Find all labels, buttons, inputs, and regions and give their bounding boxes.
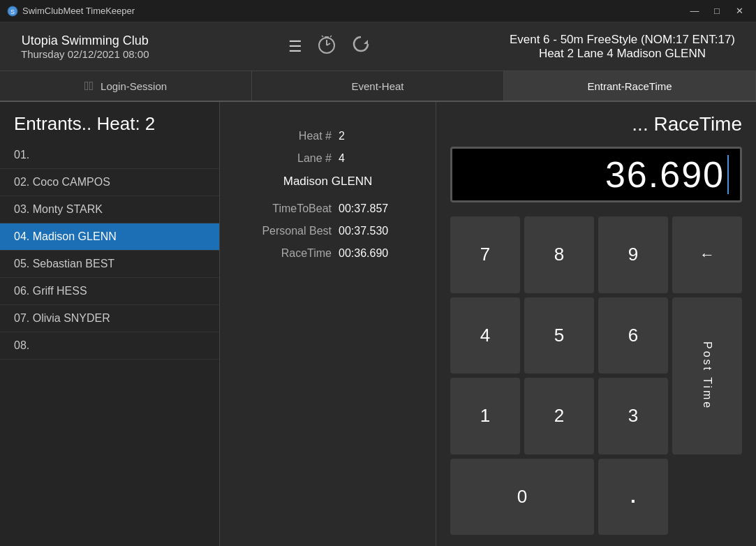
personalbest-label: Personal Best <box>241 225 332 237</box>
timetobeat-value: 00:37.857 <box>339 202 388 215</box>
numpad: 7 8 9 ← 4 5 6 Post Time 1 2 3 0 . <box>450 216 742 535</box>
time-value: 36.690 <box>605 154 725 195</box>
num-6-button[interactable]: 6 <box>598 297 668 374</box>
dot-button[interactable]: . <box>598 459 668 536</box>
title-bar-left: S SwimClubMeet TimeKeeper <box>7 6 135 17</box>
left-panel: Entrants.. Heat: 2 01. 02. Coco CAMPOS 0… <box>0 102 220 546</box>
maximize-button[interactable]: □ <box>707 3 727 19</box>
lane-row: Lane # 4 <box>241 152 415 165</box>
tab-entrant-racetime[interactable]: Entrant-RaceTime <box>504 71 756 101</box>
heat-label: Heat # <box>241 130 332 142</box>
center-entrant-name: Madison GLENN <box>241 175 415 189</box>
entrant-02: 02. Coco CAMPOS <box>14 176 110 188</box>
backspace-button[interactable]: ← <box>672 216 742 293</box>
header-controls: ☰ <box>288 34 371 59</box>
tab-login-session[interactable]: 👁̸ Login-Session <box>0 71 252 101</box>
racetime-row: RaceTime 00:36.690 <box>241 247 415 260</box>
svg-rect-5 <box>325 36 329 38</box>
num-1-button[interactable]: 1 <box>450 378 520 455</box>
panel-title: Entrants.. Heat: 2 <box>0 102 219 142</box>
entrant-07: 07. Olivia SNYDER <box>14 312 110 324</box>
list-item-selected[interactable]: 04. Madison GLENN <box>0 223 219 251</box>
stopwatch-icon <box>316 34 337 59</box>
svg-line-6 <box>322 36 323 37</box>
center-panel: Heat # 2 Lane # 4 Madison GLENN TimeToBe… <box>220 102 436 546</box>
num-9-button[interactable]: 9 <box>598 216 668 293</box>
num-8-button[interactable]: 8 <box>524 216 594 293</box>
list-item[interactable]: 03. Monty STARK <box>0 196 219 223</box>
list-item[interactable]: 02. Coco CAMPOS <box>0 169 219 196</box>
num-0-button[interactable]: 0 <box>450 459 594 536</box>
tab-event-heat[interactable]: Event-Heat <box>252 71 504 101</box>
close-button[interactable]: ✕ <box>729 3 749 19</box>
list-item[interactable]: 05. Sebastian BEST <box>0 251 219 278</box>
time-display: 36.690 <box>450 147 742 202</box>
title-bar: S SwimClubMeet TimeKeeper — □ ✕ <box>0 0 756 22</box>
time-cursor <box>727 155 729 194</box>
racetime-label: RaceTime <box>241 247 332 260</box>
tab-event-heat-label: Event-Heat <box>351 80 403 92</box>
tab-entrant-racetime-label: Entrant-RaceTime <box>587 80 672 92</box>
entrant-06: 06. Griff HESS <box>14 285 87 297</box>
heat-info: Heat 2 Lane 4 Madison GLENN <box>510 47 735 61</box>
header: Utopia Swimming Club Thursday 02/12/2021… <box>0 22 756 71</box>
num-3-button[interactable]: 3 <box>598 378 668 455</box>
personalbest-row: Personal Best 00:37.530 <box>241 225 415 237</box>
main-content: Entrants.. Heat: 2 01. 02. Coco CAMPOS 0… <box>0 102 756 546</box>
lane-label: Lane # <box>241 152 332 165</box>
timetobeat-label: TimeToBeat <box>241 202 332 215</box>
entrant-05: 05. Sebastian BEST <box>14 258 114 270</box>
heat-row: Heat # 2 <box>241 130 415 142</box>
svg-marker-8 <box>364 40 368 44</box>
post-time-button[interactable]: Post Time <box>672 297 742 455</box>
lane-value: 4 <box>339 152 345 165</box>
num-4-button[interactable]: 4 <box>450 297 520 374</box>
list-item[interactable]: 07. Olivia SNYDER <box>0 305 219 332</box>
num-5-button[interactable]: 5 <box>524 297 594 374</box>
num-7-button[interactable]: 7 <box>450 216 520 293</box>
club-name: Utopia Swimming Club <box>21 34 149 48</box>
title-bar-controls: — □ ✕ <box>685 3 749 19</box>
heat-value: 2 <box>339 130 345 142</box>
list-item[interactable]: 08. <box>0 332 219 360</box>
date-time: Thursday 02/12/2021 08:00 <box>21 48 149 60</box>
header-event-info: Event 6 - 50m FreeStyle (NOM:17 ENT:17) … <box>510 33 735 61</box>
eye-slash-icon: 👁̸ <box>84 79 94 94</box>
reset-icon[interactable] <box>351 34 371 59</box>
list-item[interactable]: 06. Griff HESS <box>0 278 219 305</box>
racetime-title: ... RaceTime <box>450 113 742 135</box>
minimize-button[interactable]: — <box>685 3 704 19</box>
tab-login-session-label: Login-Session <box>101 80 167 92</box>
event-title: Event 6 - 50m FreeStyle (NOM:17 ENT:17) <box>510 33 735 47</box>
right-panel: ... RaceTime 36.690 7 8 9 ← 4 5 6 Post T… <box>436 102 756 546</box>
svg-line-7 <box>330 36 332 37</box>
list-item[interactable]: 01. <box>0 142 219 169</box>
entrant-04: 04. Madison GLENN <box>14 230 117 242</box>
entrant-list: 01. 02. Coco CAMPOS 03. Monty STARK 04. … <box>0 142 219 360</box>
app-icon: S <box>7 6 18 17</box>
racetime-value: 00:36.690 <box>339 247 388 260</box>
app-title: SwimClubMeet TimeKeeper <box>22 6 135 16</box>
entrant-01: 01. <box>14 149 29 161</box>
timetobeat-row: TimeToBeat 00:37.857 <box>241 202 415 215</box>
entrant-08: 08. <box>14 339 29 351</box>
hamburger-icon[interactable]: ☰ <box>288 38 302 56</box>
num-2-button[interactable]: 2 <box>524 378 594 455</box>
personalbest-value: 00:37.530 <box>339 225 388 237</box>
svg-text:S: S <box>10 8 15 15</box>
entrant-03: 03. Monty STARK <box>14 203 103 215</box>
header-club-info: Utopia Swimming Club Thursday 02/12/2021… <box>21 34 149 60</box>
tabs: 👁̸ Login-Session Event-Heat Entrant-Race… <box>0 71 756 102</box>
